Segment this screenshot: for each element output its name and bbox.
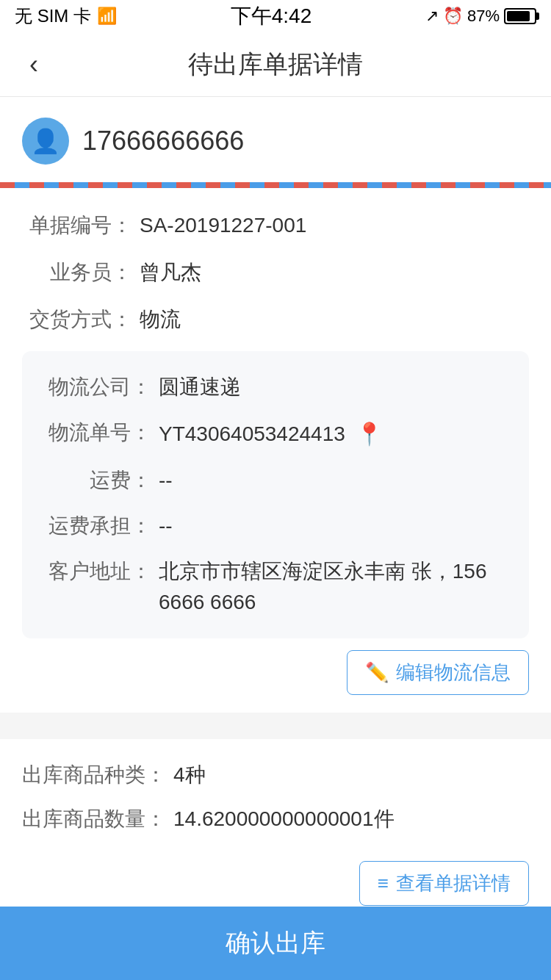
main-content: 👤 17666666666 单据编号： SA-20191227-001 业务员：… — [0, 97, 551, 980]
logistics-company-label: 物流公司： — [41, 372, 159, 403]
dashed-divider — [0, 182, 551, 188]
sales-person-value: 曾凡杰 — [140, 257, 529, 288]
address-row: 客户地址： 北京市市辖区海淀区永丰南 张，156 6666 6666 — [41, 556, 510, 618]
address-label: 客户地址： — [41, 556, 159, 587]
customer-phone: 17666666666 — [82, 126, 244, 156]
freight-bearer-label: 运费承担： — [41, 511, 159, 541]
goods-quantity-row: 出库商品数量： 14.620000000000001件 — [22, 805, 529, 833]
status-left: 无 SIM 卡 📶 — [15, 4, 117, 28]
status-time: 下午4:42 — [231, 2, 312, 30]
edit-btn-wrapper: ✏️ 编辑物流信息 — [22, 638, 529, 698]
tracking-number: YT43064053424413 — [159, 419, 345, 450]
page-title: 待出库单据详情 — [188, 48, 363, 82]
view-detail-btn-wrapper: ≡ 查看单据详情 — [22, 849, 529, 909]
nav-bar: ‹ 待出库单据详情 — [0, 32, 551, 97]
goods-quantity-value: 14.620000000000001件 — [173, 805, 395, 833]
edit-logistics-label: 编辑物流信息 — [396, 660, 511, 685]
status-right: ↗ ⏰ 87% — [425, 7, 536, 26]
view-detail-label: 查看单据详情 — [396, 871, 511, 896]
goods-type-value: 4种 — [173, 761, 206, 789]
location-status-icon: ↗ — [425, 7, 439, 26]
document-info-section: 单据编号： SA-20191227-001 业务员： 曾凡杰 交货方式： 物流 … — [0, 188, 551, 713]
freight-bearer-row: 运费承担： -- — [41, 511, 510, 541]
freight-value: -- — [159, 465, 510, 496]
delivery-method-row: 交货方式： 物流 — [22, 304, 529, 335]
tracking-value: YT43064053424413 📍 — [159, 417, 510, 450]
battery-indicator — [504, 8, 536, 24]
goods-type-row: 出库商品种类： 4种 — [22, 761, 529, 789]
freight-label: 运费： — [41, 465, 159, 496]
edit-logistics-button[interactable]: ✏️ 编辑物流信息 — [347, 650, 529, 695]
confirm-button[interactable]: 确认出库 — [226, 926, 325, 960]
tracking-label: 物流单号： — [41, 417, 159, 448]
logistics-card: 物流公司： 圆通速递 物流单号： YT43064053424413 📍 运费： … — [22, 351, 529, 638]
doc-number-row: 单据编号： SA-20191227-001 — [22, 210, 529, 241]
sales-person-row: 业务员： 曾凡杰 — [22, 257, 529, 288]
logistics-company-row: 物流公司： 圆通速递 — [41, 372, 510, 403]
sales-person-label: 业务员： — [22, 257, 140, 288]
freight-row: 运费： -- — [41, 465, 510, 496]
doc-number-label: 单据编号： — [22, 210, 140, 241]
view-detail-button[interactable]: ≡ 查看单据详情 — [359, 861, 529, 906]
goods-type-label: 出库商品种类： — [22, 761, 173, 789]
edit-icon: ✏️ — [365, 661, 389, 684]
location-icon[interactable]: 📍 — [356, 417, 383, 450]
goods-quantity-label: 出库商品数量： — [22, 805, 173, 833]
delivery-method-value: 物流 — [140, 304, 529, 335]
goods-section: 出库商品种类： 4种 出库商品数量： 14.620000000000001件 ≡… — [0, 739, 551, 923]
tracking-row: 物流单号： YT43064053424413 📍 — [41, 417, 510, 450]
section-divider — [0, 727, 551, 739]
avatar: 👤 — [22, 118, 69, 165]
wifi-icon: 📶 — [97, 7, 117, 26]
back-button[interactable]: ‹ — [22, 42, 46, 87]
logistics-company-value: 圆通速递 — [159, 372, 510, 403]
delivery-method-label: 交货方式： — [22, 304, 140, 335]
confirm-bar: 确认出库 — [0, 907, 551, 980]
freight-bearer-value: -- — [159, 511, 510, 541]
customer-header: 👤 17666666666 — [0, 97, 551, 182]
address-value: 北京市市辖区海淀区永丰南 张，156 6666 6666 — [159, 556, 510, 618]
avatar-icon: 👤 — [31, 127, 60, 155]
alarm-icon: ⏰ — [443, 7, 463, 26]
battery-text: 87% — [467, 7, 500, 26]
doc-number-value: SA-20191227-001 — [140, 210, 529, 241]
view-detail-icon: ≡ — [378, 872, 389, 895]
carrier-text: 无 SIM 卡 — [15, 4, 91, 28]
status-bar: 无 SIM 卡 📶 下午4:42 ↗ ⏰ 87% — [0, 0, 551, 32]
